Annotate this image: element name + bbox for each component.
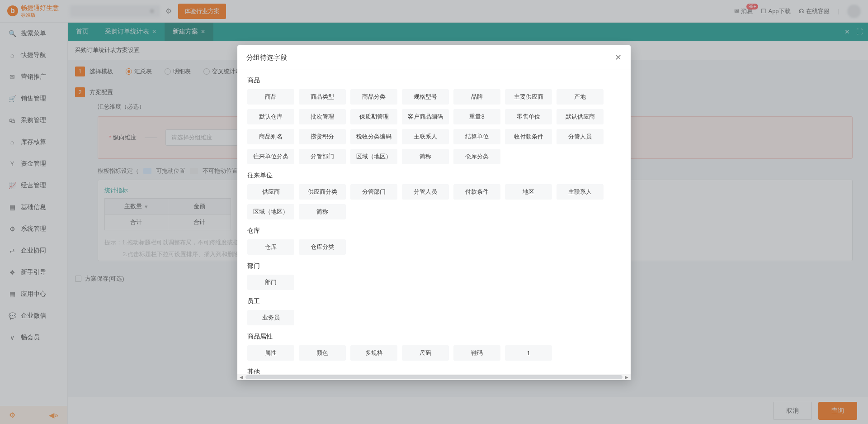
field-chip[interactable]: 零售单位 [505,109,552,124]
field-chip[interactable]: 结算单位 [453,129,500,144]
field-chip[interactable]: 1 [505,345,552,361]
field-chip[interactable]: 重量3 [453,109,500,124]
scroll-thumb[interactable] [245,375,623,379]
field-chip[interactable]: 简称 [299,204,346,219]
field-chip[interactable]: 默认仓库 [247,109,294,124]
field-group-title: 其他 [247,368,621,374]
modal-body: 商品商品商品类型商品分类规格型号品牌主要供应商产地默认仓库批次管理保质期管理客户… [237,70,631,374]
field-chip-list: 属性颜色多规格尺码鞋码1 [247,345,621,361]
field-chip[interactable]: 商品别名 [247,129,294,144]
field-chip-list: 部门 [247,275,621,290]
field-chip[interactable]: 仓库 [247,239,294,255]
field-group-title: 商品 [247,76,621,85]
scroll-left-icon[interactable]: ◀ [238,374,245,380]
field-chip[interactable]: 供应商分类 [299,184,346,200]
field-chip-list: 仓库仓库分类 [247,239,621,255]
field-chip[interactable]: 简称 [402,149,449,164]
scroll-right-icon[interactable]: ▶ [623,374,630,380]
field-chip[interactable]: 区域（地区） [247,204,294,219]
field-chip[interactable]: 鞋码 [453,345,500,361]
field-chip[interactable]: 供应商 [247,184,294,200]
field-group-title: 员工 [247,297,621,305]
field-chip[interactable]: 商品类型 [299,89,346,105]
field-chip[interactable]: 部门 [247,275,294,290]
field-chip-list: 供应商供应商分类分管部门分管人员付款条件地区主联系人区域（地区）简称 [247,184,621,219]
field-chip[interactable]: 属性 [247,345,294,361]
field-chip[interactable]: 颜色 [299,345,346,361]
field-chip[interactable]: 默认供应商 [557,109,604,124]
field-chip[interactable]: 往来单位分类 [247,149,294,164]
field-chip[interactable]: 主联系人 [402,129,449,144]
field-group-title: 仓库 [247,227,621,235]
field-chip[interactable]: 攒货积分 [299,129,346,144]
field-chip[interactable]: 区域（地区） [350,149,397,164]
field-chip[interactable]: 产地 [557,89,604,105]
modal-close-icon[interactable]: ✕ [615,52,622,62]
field-chip[interactable]: 分管部门 [350,184,397,200]
field-chip[interactable]: 分管人员 [557,129,604,144]
field-chip[interactable]: 主要供应商 [505,89,552,105]
modal-title: 分组待选字段 [246,53,287,62]
field-chip[interactable]: 商品分类 [350,89,397,105]
field-chip[interactable]: 品牌 [453,89,500,105]
field-group-title: 部门 [247,262,621,270]
modal-header: 分组待选字段 ✕ [237,45,631,70]
field-chip-list: 商品商品类型商品分类规格型号品牌主要供应商产地默认仓库批次管理保质期管理客户商品… [247,89,621,164]
field-chip[interactable]: 分管人员 [402,184,449,200]
field-group-title: 往来单位 [247,172,621,180]
field-chip[interactable]: 业务员 [247,310,294,325]
field-group-title: 商品属性 [247,333,621,341]
field-chip[interactable]: 分管部门 [299,149,346,164]
field-chip[interactable]: 保质期管理 [350,109,397,124]
field-chip[interactable]: 尺码 [402,345,449,361]
field-chip[interactable]: 仓库分类 [299,239,346,255]
field-chip[interactable]: 税收分类编码 [350,129,397,144]
field-chip[interactable]: 批次管理 [299,109,346,124]
field-chip-list: 业务员 [247,310,621,325]
field-picker-modal: 分组待选字段 ✕ 商品商品商品类型商品分类规格型号品牌主要供应商产地默认仓库批次… [237,45,631,380]
field-chip[interactable]: 地区 [505,184,552,200]
field-chip[interactable]: 收付款条件 [505,129,552,144]
field-chip[interactable]: 规格型号 [402,89,449,105]
field-chip[interactable]: 付款条件 [453,184,500,200]
modal-horizontal-scrollbar[interactable]: ◀ ▶ [237,374,631,380]
field-chip[interactable]: 仓库分类 [453,149,500,164]
field-chip[interactable]: 商品 [247,89,294,105]
field-chip[interactable]: 主联系人 [557,184,604,200]
field-chip[interactable]: 多规格 [350,345,397,361]
field-chip[interactable]: 客户商品编码 [402,109,449,124]
